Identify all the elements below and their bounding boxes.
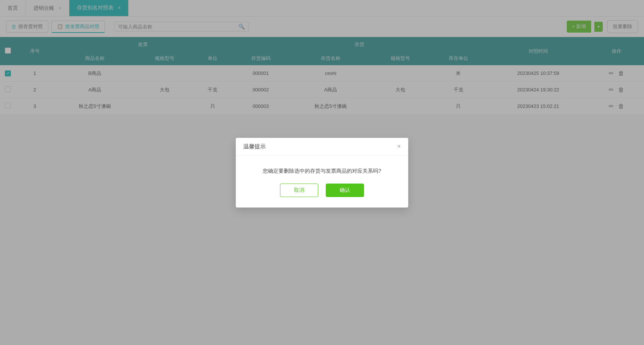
overlay: 温馨提示 × 您确定要删除选中的存货与发票商品的对应关系吗? 取消 确认 xyxy=(0,0,644,115)
